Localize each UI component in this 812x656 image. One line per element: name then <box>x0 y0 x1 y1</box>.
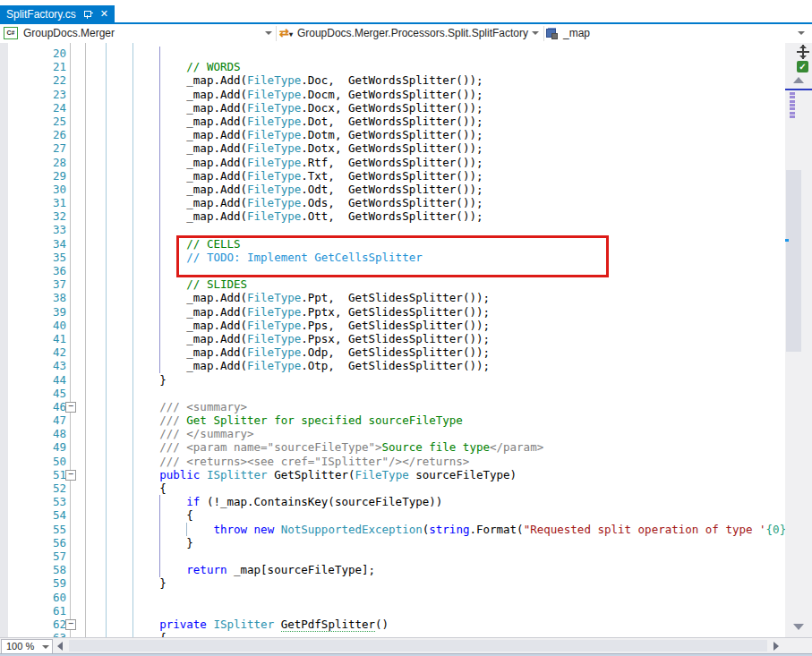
split-window-grip[interactable] <box>796 45 810 59</box>
code-text: _map.Add(FileType.Pptx, GetSlidesSplitte… <box>106 305 490 319</box>
tab-strip: SplitFactory.cs ✕ <box>0 0 812 22</box>
project-dropdown[interactable]: C# GroupDocs.Merger <box>4 24 276 42</box>
fold-collapse-box[interactable]: − <box>65 619 76 630</box>
code-text: _map.Add(FileType.Dotm, GetWordsSplitter… <box>106 128 483 141</box>
scroll-up-arrow[interactable] <box>793 77 804 83</box>
code-line[interactable]: 28 _map.Add(FileType.Rtf, GetWordsSplitt… <box>0 156 785 169</box>
code-line[interactable]: 25 _map.Add(FileType.Dot, GetWordsSplitt… <box>0 115 785 128</box>
code-line[interactable]: 61 <box>0 604 785 618</box>
code-text: _map.Add(FileType.Ppsx, GetSlidesSplitte… <box>106 332 490 345</box>
code-line[interactable]: 37 // SLIDES <box>0 277 785 291</box>
code-text: _map.Add(FileType.Odp, GetSlidesSplitter… <box>106 345 490 359</box>
code-line[interactable]: 55 throw new NotSupportedException(strin… <box>0 523 785 536</box>
line-number: 48 <box>0 427 66 440</box>
code-line[interactable]: 53 if (!_map.ContainsKey(sourceFileType)… <box>0 495 785 508</box>
line-number: 29 <box>0 169 66 183</box>
line-number: 32 <box>0 209 66 223</box>
line-number: 52 <box>0 481 66 495</box>
code-line[interactable]: 41 _map.Add(FileType.Ppsx, GetSlidesSpli… <box>0 332 785 345</box>
code-text: _map.Add(FileType.Ppt, GetSlidesSplitter… <box>106 291 490 304</box>
code-text: _map.Add(FileType.Docm, GetWordsSplitter… <box>106 88 483 101</box>
code-line[interactable]: 26 _map.Add(FileType.Dotm, GetWordsSplit… <box>0 128 785 141</box>
code-text: /// Get Splitter for specified sourceFil… <box>106 413 463 427</box>
code-line[interactable]: 56 } <box>0 536 785 550</box>
code-text: _map.Add(FileType.Docx, GetWordsSplitter… <box>106 101 483 115</box>
line-number: 54 <box>0 508 66 522</box>
scroll-down-arrow[interactable] <box>793 624 804 630</box>
code-line[interactable]: 27 _map.Add(FileType.Dotx, GetWordsSplit… <box>0 141 785 155</box>
code-text: { <box>106 508 193 522</box>
code-line[interactable]: 32 _map.Add(FileType.Ott, GetWordsSplitt… <box>0 209 785 223</box>
fold-collapse-box[interactable]: − <box>65 402 76 413</box>
code-line[interactable]: 30 _map.Add(FileType.Odt, GetWordsSplitt… <box>0 183 785 196</box>
line-number: 36 <box>0 264 66 277</box>
chevron-down-icon <box>798 31 805 35</box>
code-text: // WORDS <box>106 60 241 73</box>
code-text: _map.Add(FileType.Rtf, GetWordsSplitter(… <box>106 156 483 169</box>
editor-bottom-bar: 100 % <box>0 637 812 654</box>
code-line[interactable]: 60 <box>0 591 785 604</box>
code-line[interactable]: 63 { <box>0 631 785 637</box>
code-editor[interactable]: 2021 // WORDS22 _map.Add(FileType.Doc, G… <box>0 43 786 637</box>
zoom-level-combobox[interactable]: 100 % <box>1 639 53 654</box>
code-line[interactable]: 20 <box>0 47 785 60</box>
code-line[interactable]: 49 /// <param name="sourceFileType">Sour… <box>0 440 785 454</box>
code-line[interactable]: 45 <box>0 387 785 400</box>
code-line[interactable]: 52 { <box>0 481 785 495</box>
line-number: 50 <box>0 455 66 468</box>
code-text: _map.Add(FileType.Ott, GetWordsSplitter(… <box>106 209 483 223</box>
close-icon[interactable]: ✕ <box>100 9 108 19</box>
code-line[interactable]: 43 _map.Add(FileType.Otp, GetSlidesSplit… <box>0 359 785 372</box>
line-number: 41 <box>0 332 66 345</box>
code-line[interactable]: 39 _map.Add(FileType.Pptx, GetSlidesSpli… <box>0 305 785 319</box>
code-line[interactable]: 44 } <box>0 373 785 387</box>
code-line[interactable]: 21 // WORDS <box>0 60 785 73</box>
horizontal-scrollbar-thumb[interactable] <box>69 640 767 652</box>
line-number: 22 <box>0 73 66 87</box>
line-number: 30 <box>0 183 66 196</box>
type-dropdown[interactable]: ⇄▾ GroupDocs.Merger.Processors.Split.Spl… <box>279 24 543 42</box>
vertical-scrollbar-thumb[interactable] <box>786 170 801 352</box>
code-text: /// <summary> <box>106 400 247 413</box>
code-line[interactable]: 46− /// <summary> <box>0 400 785 413</box>
change-marker <box>790 115 795 118</box>
navbar-separator <box>543 26 544 41</box>
code-text: /// <returns><see cref="ISplitter"/></re… <box>106 455 469 468</box>
code-line[interactable]: 22 _map.Add(FileType.Doc, GetWordsSplitt… <box>0 73 785 87</box>
vertical-scrollbar[interactable]: ✓ <box>785 43 812 637</box>
code-line[interactable]: 57 <box>0 550 785 563</box>
code-line[interactable]: 38 _map.Add(FileType.Ppt, GetSlidesSplit… <box>0 291 785 304</box>
change-marker <box>790 112 795 115</box>
code-line[interactable]: 23 _map.Add(FileType.Docm, GetWordsSplit… <box>0 88 785 101</box>
caret-position-marker <box>785 89 812 90</box>
member-dropdown[interactable]: _map <box>546 24 808 42</box>
code-text: throw new NotSupportedException(string.F… <box>106 523 786 536</box>
code-line[interactable]: 24 _map.Add(FileType.Docx, GetWordsSplit… <box>0 101 785 115</box>
pin-icon[interactable] <box>83 9 93 19</box>
fold-collapse-box[interactable]: − <box>65 470 76 481</box>
member-dropdown-label: _map <box>563 27 590 39</box>
code-health-check-icon[interactable]: ✓ <box>797 61 808 72</box>
code-line[interactable]: 47 /// Get Splitter for specified source… <box>0 413 785 427</box>
scroll-left-arrow[interactable] <box>57 642 63 651</box>
code-text: private ISplitter GetPdfSplitter() <box>106 618 389 631</box>
line-number: 56 <box>0 536 66 550</box>
code-line[interactable]: 31 _map.Add(FileType.Ods, GetWordsSplitt… <box>0 196 785 209</box>
code-line[interactable]: 54 { <box>0 508 785 522</box>
code-line[interactable]: 48 /// </summary> <box>0 427 785 440</box>
code-line[interactable]: 40 _map.Add(FileType.Pps, GetSlidesSplit… <box>0 319 785 332</box>
scroll-right-arrow[interactable] <box>774 642 779 651</box>
code-line[interactable]: 58 return _map[sourceFileType]; <box>0 563 785 576</box>
code-line[interactable]: 42 _map.Add(FileType.Odp, GetSlidesSplit… <box>0 345 785 359</box>
code-line[interactable]: 62− private ISplitter GetPdfSplitter() <box>0 618 785 631</box>
code-line[interactable]: 50 /// <returns><see cref="ISplitter"/><… <box>0 455 785 468</box>
tab-splitfactory[interactable]: SplitFactory.cs ✕ <box>0 5 115 22</box>
type-dropdown-label: GroupDocs.Merger.Processors.Split.SplitF… <box>297 27 528 39</box>
navigation-bar: C# GroupDocs.Merger ⇄▾ GroupDocs.Merger.… <box>0 24 812 44</box>
code-line[interactable]: 51− public ISplitter GetSplitter(FileTyp… <box>0 468 785 481</box>
code-text: } <box>106 536 193 550</box>
zoom-level-value: 100 % <box>6 641 34 652</box>
code-text: /// <param name="sourceFileType">Source … <box>106 440 543 454</box>
code-line[interactable]: 59 } <box>0 576 785 590</box>
code-line[interactable]: 29 _map.Add(FileType.Txt, GetWordsSplitt… <box>0 169 785 183</box>
